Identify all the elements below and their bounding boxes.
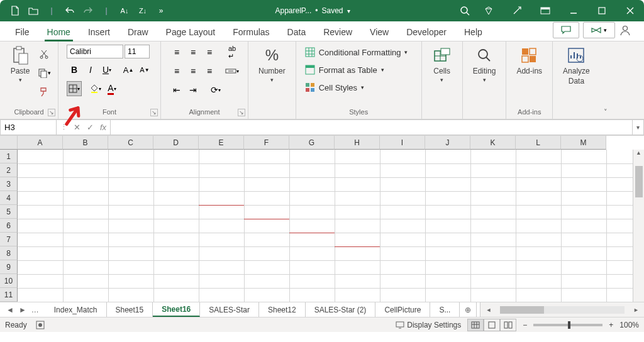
sheet-nav-more-icon[interactable]: … [31,306,39,314]
merge-center-icon[interactable]: ▾ [225,63,240,79]
paste-button[interactable]: Paste ▾ [6,44,34,84]
name-box[interactable]: H3 [0,119,57,135]
font-name-select[interactable] [67,45,123,58]
col-header-C[interactable]: C [108,136,153,150]
row-header-4[interactable]: 4 [0,191,18,205]
col-header-M[interactable]: M [561,136,606,150]
row-header-3[interactable]: 3 [0,177,18,191]
grow-font-icon[interactable]: A▲ [121,62,136,77]
col-header-G[interactable]: G [289,136,335,150]
comments-button[interactable] [553,22,579,38]
align-left-icon[interactable]: ≡ [169,63,184,79]
redo-icon[interactable] [79,2,97,19]
italic-button[interactable]: I [83,62,98,77]
close-button[interactable] [616,0,644,21]
open-file-icon[interactable] [25,2,42,19]
minimize-button[interactable] [559,0,587,21]
share-button[interactable]: ▾ [583,22,615,38]
align-center-icon[interactable]: ≡ [186,63,201,79]
borders-button[interactable]: ▾ [67,81,82,96]
orientation-icon[interactable]: ⟳▾ [208,82,223,97]
sheet-tab-sales-star-2[interactable]: SALES-Star (2) [306,302,376,317]
formula-input[interactable] [111,119,633,135]
tab-insert[interactable]: Insert [79,23,119,41]
macro-record-icon[interactable] [36,321,45,329]
col-header-L[interactable]: L [516,136,561,150]
worksheet-grid[interactable]: ▲ ABCDEFGHIJKLM1234567891011 [0,136,644,302]
view-normal-icon[interactable] [467,319,484,331]
wrap-text-icon[interactable]: ab↵ [225,45,240,60]
tab-view[interactable]: View [361,23,397,41]
col-header-F[interactable]: F [244,136,289,150]
col-header-A[interactable]: A [18,136,63,150]
sort-asc-icon[interactable]: A↓ [116,2,133,19]
decrease-indent-icon[interactable]: ⇤ [169,82,184,97]
font-color-button[interactable]: A▾ [104,81,119,96]
bold-button[interactable]: B [67,62,82,77]
align-right-icon[interactable]: ≡ [202,63,217,79]
qat-more-icon[interactable]: » [152,2,170,19]
format-painter-icon[interactable] [36,84,52,99]
undo-icon[interactable] [61,2,79,19]
dialog-launcher-icon[interactable]: ↘ [150,109,158,116]
sheet-nav-next-icon[interactable]: ► [19,306,26,314]
row-header-2[interactable]: 2 [0,163,18,177]
increase-indent-icon[interactable]: ⇥ [186,82,201,97]
fill-color-button[interactable]: ▾ [88,81,103,96]
sheet-nav-prev-icon[interactable]: ◄ [6,306,14,314]
zoom-in-button[interactable]: + [609,321,613,329]
vertical-scrollbar[interactable]: ▲ [633,150,644,302]
sheet-tab-sheet15[interactable]: Sheet15 [107,302,153,317]
cut-icon[interactable] [36,47,52,62]
zoom-out-button[interactable]: − [523,321,527,329]
expand-formula-bar-icon[interactable]: ▾ [633,119,644,135]
sheet-tab-sheet12[interactable]: Sheet12 [259,302,306,317]
number-button[interactable]: % Number ▾ [255,44,289,84]
dialog-launcher-icon[interactable]: ↘ [48,109,55,116]
chevron-down-icon[interactable]: ▾ [347,8,350,14]
col-header-B[interactable]: B [63,136,108,150]
sheet-tab-index-match[interactable]: Index_Match [45,302,107,317]
align-top-icon[interactable]: ≡ [169,45,184,60]
collapse-ribbon-icon[interactable]: ˅ [600,41,611,119]
col-header-I[interactable]: I [380,136,425,150]
sheet-tab-cellpicture[interactable]: CellPicture [375,302,430,317]
col-header-H[interactable]: H [335,136,380,150]
dialog-launcher-icon[interactable]: ↘ [238,109,245,116]
col-header-K[interactable]: K [470,136,516,150]
sheet-tab-sheet16[interactable]: Sheet16 [153,302,200,317]
horizontal-scrollbar[interactable]: ◄ ► [480,302,644,317]
tab-formulas[interactable]: Formulas [224,23,278,41]
sparkle-icon[interactable] [502,0,531,21]
row-header-11[interactable]: 11 [0,288,18,302]
new-sheet-button[interactable]: ⊕ [460,302,476,317]
zoom-slider[interactable] [533,324,602,326]
ribbon-mode-icon[interactable] [531,0,559,21]
enter-formula-icon[interactable]: ✓ [87,123,94,132]
align-middle-icon[interactable]: ≡ [186,45,201,60]
sheet-tab-overflow[interactable]: S... [430,302,460,317]
fx-icon[interactable]: fx [100,123,106,132]
row-header-1[interactable]: 1 [0,150,18,163]
cells-button[interactable]: Cells ▾ [428,44,456,84]
tab-page-layout[interactable]: Page Layout [157,23,225,41]
row-header-10[interactable]: 10 [0,274,18,288]
col-header-D[interactable]: D [153,136,199,150]
tab-home[interactable]: Home [38,23,79,41]
namebox-chevron-icon[interactable]: ⋮ [60,123,67,131]
conditional-formatting-button[interactable]: Conditional Formatting▾ [303,44,411,60]
row-header-8[interactable]: 8 [0,246,18,260]
copy-icon[interactable]: ▾ [36,65,52,80]
tab-help[interactable]: Help [455,23,491,41]
addins-button[interactable]: Add-ins [513,44,546,77]
align-bottom-icon[interactable]: ≡ [202,45,217,60]
view-page-layout-icon[interactable] [484,319,500,331]
view-page-break-icon[interactable] [500,319,516,331]
select-all-button[interactable] [0,136,18,150]
format-as-table-button[interactable]: Format as Table▾ [303,62,387,78]
shrink-font-icon[interactable]: A▼ [137,62,152,77]
row-header-9[interactable]: 9 [0,260,18,274]
tab-data[interactable]: Data [279,23,315,41]
row-header-6[interactable]: 6 [0,219,18,233]
sheet-tab-sales-star[interactable]: SALES-Star [200,302,259,317]
